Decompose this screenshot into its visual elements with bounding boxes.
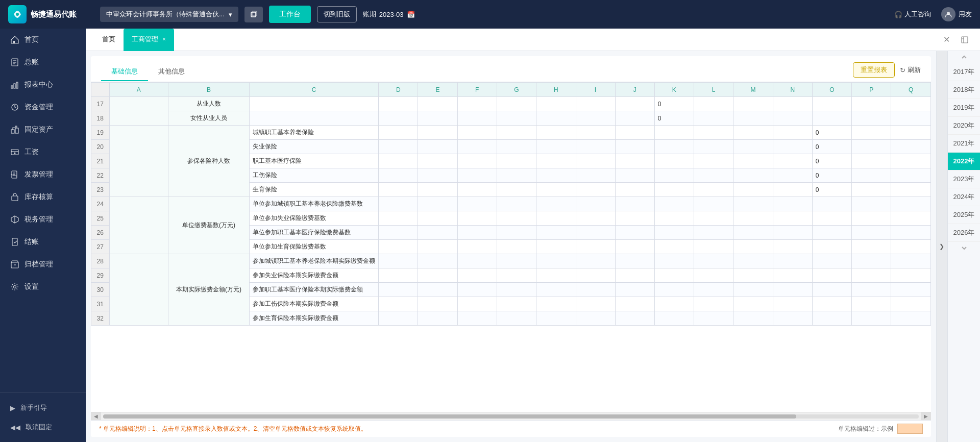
cell-l30[interactable]: [694, 283, 733, 297]
cell-m31[interactable]: [733, 297, 773, 311]
cell-e25[interactable]: [418, 211, 457, 226]
cell-c25[interactable]: 单位参加失业保险缴费基数: [250, 211, 379, 226]
col-header-o[interactable]: O: [812, 83, 851, 97]
cell-h17[interactable]: [536, 97, 576, 111]
cell-d28[interactable]: [379, 254, 418, 268]
cell-o29[interactable]: [812, 268, 851, 283]
cell-q29[interactable]: [891, 268, 931, 283]
cell-o20[interactable]: 0: [812, 140, 851, 154]
cell-f19[interactable]: [457, 126, 497, 140]
window-expand-button[interactable]: [958, 33, 972, 47]
cell-d26[interactable]: [379, 226, 418, 240]
spreadsheet-scroll[interactable]: A B C D E F G H I J: [91, 82, 931, 412]
cell-h26[interactable]: [536, 226, 576, 240]
cell-p22[interactable]: [852, 168, 891, 183]
cell-f20[interactable]: [457, 140, 497, 154]
cell-l24[interactable]: [694, 197, 733, 211]
cell-m17[interactable]: [733, 97, 773, 111]
cell-e30[interactable]: [418, 283, 457, 297]
company-selector[interactable]: 中审众环会计师事务所（特殊普通合伙... ▾: [100, 7, 238, 22]
calendar-icon[interactable]: 📅: [407, 11, 415, 18]
cell-i29[interactable]: [576, 268, 615, 283]
cell-h18[interactable]: [536, 111, 576, 126]
cell-i27[interactable]: [576, 240, 615, 254]
cell-c32[interactable]: 参加生育保险本期实际缴费金额: [250, 311, 379, 326]
scroll-thumb[interactable]: [103, 414, 796, 419]
sidebar-item-inventory[interactable]: 库存核算: [0, 186, 86, 208]
cell-p32[interactable]: [852, 311, 891, 326]
cell-e26[interactable]: [418, 226, 457, 240]
cell-j19[interactable]: [615, 126, 654, 140]
cell-f21[interactable]: [457, 154, 497, 168]
cell-p19[interactable]: [852, 126, 891, 140]
cell-g22[interactable]: [497, 168, 536, 183]
refresh-button[interactable]: ↻ 刷新: [900, 65, 921, 75]
cell-g28[interactable]: [497, 254, 536, 268]
cell-g21[interactable]: [497, 154, 536, 168]
cell-m21[interactable]: [733, 154, 773, 168]
workbench-button[interactable]: 工作台: [269, 6, 311, 23]
cell-n32[interactable]: [773, 311, 812, 326]
cell-c18[interactable]: [250, 111, 379, 126]
cell-o25[interactable]: [812, 211, 851, 226]
year-item-2021[interactable]: 2021年: [948, 135, 980, 153]
sidebar-item-close[interactable]: 结账: [0, 231, 86, 253]
cell-k21[interactable]: [654, 154, 694, 168]
cell-o30[interactable]: [812, 283, 851, 297]
cell-d19[interactable]: [379, 126, 418, 140]
cell-c20[interactable]: 失业保险: [250, 140, 379, 154]
cell-m25[interactable]: [733, 211, 773, 226]
cell-n28[interactable]: [773, 254, 812, 268]
cell-l31[interactable]: [694, 297, 733, 311]
cell-c29[interactable]: 参加失业保险本期实际缴费金额: [250, 268, 379, 283]
cell-j22[interactable]: [615, 168, 654, 183]
tab-close-icon[interactable]: ×: [162, 36, 166, 43]
cell-h28[interactable]: [536, 254, 576, 268]
cell-j32[interactable]: [615, 311, 654, 326]
cell-d30[interactable]: [379, 283, 418, 297]
col-header-l[interactable]: L: [694, 83, 733, 97]
cell-q23[interactable]: [891, 183, 931, 197]
cell-c21[interactable]: 职工基本医疗保险: [250, 154, 379, 168]
sidebar-item-unpin[interactable]: ◀◀ 取消固定: [0, 418, 86, 437]
cell-p29[interactable]: [852, 268, 891, 283]
cell-p30[interactable]: [852, 283, 891, 297]
cell-i30[interactable]: [576, 283, 615, 297]
cell-e28[interactable]: [418, 254, 457, 268]
year-item-2019[interactable]: 2019年: [948, 99, 980, 117]
cell-p28[interactable]: [852, 254, 891, 268]
sidebar-item-tax[interactable]: 税务管理: [0, 208, 86, 231]
cell-i23[interactable]: [576, 183, 615, 197]
cell-f27[interactable]: [457, 240, 497, 254]
cell-q22[interactable]: [891, 168, 931, 183]
cell-e20[interactable]: [418, 140, 457, 154]
cell-e27[interactable]: [418, 240, 457, 254]
cell-p17[interactable]: [852, 97, 891, 111]
cell-j18[interactable]: [615, 111, 654, 126]
cell-h22[interactable]: [536, 168, 576, 183]
cell-f28[interactable]: [457, 254, 497, 268]
cell-g17[interactable]: [497, 97, 536, 111]
col-header-h[interactable]: H: [536, 83, 576, 97]
cell-o31[interactable]: [812, 297, 851, 311]
cell-h24[interactable]: [536, 197, 576, 211]
year-item-2026[interactable]: 2026年: [948, 224, 980, 242]
cell-d31[interactable]: [379, 297, 418, 311]
cell-p23[interactable]: [852, 183, 891, 197]
col-header-g[interactable]: G: [497, 83, 536, 97]
cell-g29[interactable]: [497, 268, 536, 283]
cell-d23[interactable]: [379, 183, 418, 197]
cell-k25[interactable]: [654, 211, 694, 226]
cell-n26[interactable]: [773, 226, 812, 240]
year-item-2024[interactable]: 2024年: [948, 188, 980, 206]
cell-l27[interactable]: [694, 240, 733, 254]
cell-n18[interactable]: [773, 111, 812, 126]
cell-m23[interactable]: [733, 183, 773, 197]
col-header-d[interactable]: D: [379, 83, 418, 97]
cell-f32[interactable]: [457, 311, 497, 326]
cell-n21[interactable]: [773, 154, 812, 168]
sidebar-item-settings[interactable]: 设置: [0, 276, 86, 298]
cell-q31[interactable]: [891, 297, 931, 311]
sidebar-item-report[interactable]: 报表中心: [0, 73, 86, 96]
cell-o22[interactable]: 0: [812, 168, 851, 183]
